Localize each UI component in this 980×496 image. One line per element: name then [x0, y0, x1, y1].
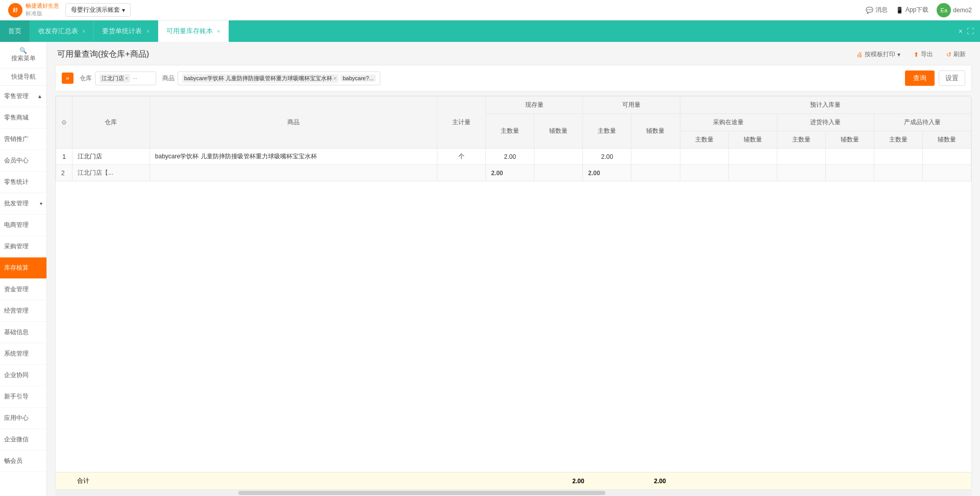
- group-row-available-main: 2.00: [583, 165, 631, 181]
- sidebar-item-system[interactable]: 系统管理: [0, 343, 46, 365]
- horizontal-scrollbar[interactable]: [55, 490, 972, 496]
- product-tag-1-close-icon[interactable]: ×: [333, 75, 336, 81]
- message-button[interactable]: 💬 消息: [866, 6, 888, 14]
- col-main-unit-header: 主计量: [437, 97, 486, 149]
- print-template-button[interactable]: 🖨 按模板打印 ▾: [852, 48, 904, 61]
- sidebar-item-app-center-label: 应用中心: [4, 414, 29, 422]
- sidebar-item-member-center-label: 会员中心: [4, 156, 29, 165]
- group-row-c6: [922, 165, 971, 181]
- sidebar-item-purchase[interactable]: 采购管理: [0, 236, 46, 257]
- sidebar-item-operations[interactable]: 经营管理: [0, 300, 46, 322]
- col-products-pending-aux-header: 辅数量: [922, 131, 971, 149]
- sidebar-item-new-guide-label: 新手引导: [4, 392, 29, 401]
- search-icon: 🔍: [19, 47, 27, 54]
- footer-current-main-qty: 2.00: [558, 478, 599, 485]
- tab-home-label: 首页: [8, 27, 21, 36]
- sidebar-item-app-center[interactable]: 应用中心: [0, 408, 46, 429]
- tab-home[interactable]: 首页: [0, 20, 30, 42]
- product-filter-tag-2: babycare?...: [340, 75, 376, 82]
- group-row-c1: [680, 165, 728, 181]
- page-actions: 🖨 按模板打印 ▾ ⬆ 导出 ↺ 刷新: [852, 48, 970, 61]
- col-products-pending-main-header: 主数量: [874, 131, 922, 149]
- sidebar-item-retail-mall-label: 零售商城: [4, 113, 29, 122]
- table-container: ⚙ 仓库 商品 主计量 现存量 可用量 预计入库量 主数量 辅数量 主数量 辅数…: [55, 96, 972, 490]
- query-button[interactable]: 查询: [905, 70, 935, 86]
- sidebar-item-retail-mall[interactable]: 零售商城: [0, 107, 46, 129]
- col-available-qty-header: 可用量: [583, 97, 680, 114]
- refresh-button[interactable]: ↺ 刷新: [942, 48, 970, 61]
- col-purchase-transit-aux-header: 辅数量: [728, 131, 777, 149]
- sidebar-item-enterprise-wechat[interactable]: 企业微信: [0, 429, 46, 451]
- data-table: ⚙ 仓库 商品 主计量 现存量 可用量 预计入库量 主数量 辅数量 主数量 辅数…: [56, 96, 971, 181]
- warehouse-tag-close-icon[interactable]: ×: [125, 75, 128, 81]
- cell-warehouse: 江北门店: [72, 149, 150, 165]
- tab-order-stats-close[interactable]: ×: [146, 28, 149, 34]
- logo-text-area: 畅捷通好生意 标准版: [26, 3, 59, 17]
- warehouse-filter-more[interactable]: ···: [132, 75, 137, 82]
- tab-receive-send-close[interactable]: ×: [82, 28, 85, 34]
- app-icon: 📱: [896, 7, 903, 14]
- user-menu[interactable]: Ea demo2: [937, 3, 972, 17]
- sidebar-item-finance[interactable]: 资金管理: [0, 279, 46, 300]
- sidebar-item-enterprise-wechat-label: 企业微信: [4, 435, 29, 444]
- group-row-c5: [874, 165, 922, 181]
- sidebar-item-enterprise-collab-label: 企业协同: [4, 371, 29, 380]
- top-bar: 好 畅捷通好生意 标准版 母婴行业演示账套 ▾ 💬 消息 📱 App下载 Ea …: [0, 0, 980, 20]
- tab-available-stock[interactable]: 可用量库存账本 ×: [158, 20, 229, 42]
- footer-available-main-qty: 2.00: [640, 478, 680, 485]
- sidebar-item-marketing[interactable]: 营销推广: [0, 129, 46, 150]
- top-bar-left: 好 畅捷通好生意 标准版 母婴行业演示账套 ▾: [8, 3, 131, 17]
- message-icon: 💬: [866, 7, 873, 14]
- cell-inbound-pending-aux: [825, 149, 874, 165]
- settings-button[interactable]: 设置: [939, 70, 965, 86]
- print-label: 按模板打印: [865, 50, 895, 59]
- sidebar-item-ecommerce[interactable]: 电商管理: [0, 215, 46, 236]
- tab-order-stats-label: 要货单统计表: [102, 27, 142, 36]
- sidebar-item-enterprise-collab[interactable]: 企业协同: [0, 365, 46, 386]
- page-header: 可用量查询(按仓库+商品) 🖨 按模板打印 ▾ ⬆ 导出 ↺ 刷新: [47, 42, 980, 65]
- sidebar-item-retail-stats[interactable]: 零售统计: [0, 172, 46, 193]
- sidebar-item-ecommerce-label: 电商管理: [4, 221, 29, 229]
- app-download-button[interactable]: 📱 App下载: [896, 6, 928, 14]
- sidebar-item-vip-member-label: 畅会员: [4, 457, 22, 465]
- main-layout: 🔍 搜索菜单 快捷导航 零售管理 ▲ 零售商城 营销推广 会员中心 零售统计 批…: [0, 42, 980, 496]
- cell-purchase-transit-main: [680, 149, 728, 165]
- sidebar-quick-nav[interactable]: 快捷导航: [0, 68, 46, 86]
- sidebar-item-new-guide[interactable]: 新手引导: [0, 386, 46, 408]
- sidebar-item-basic-info[interactable]: 基础信息: [0, 322, 46, 343]
- print-chevron-icon: ▾: [897, 51, 900, 58]
- sidebar-item-inventory[interactable]: 库存核算: [0, 257, 46, 279]
- sidebar-search[interactable]: 🔍 搜索菜单: [0, 42, 46, 68]
- product-filter-tag-1: babycare学饮杯 儿童防摔防撞吸管杯重力球吸嘴杯宝宝水杯 ×: [182, 74, 339, 83]
- filter-area: » 仓库 江北门店 × ··· 商品 babycare学饮杯 儿童防摔防撞吸管杯…: [55, 65, 972, 91]
- sidebar-item-operations-label: 经营管理: [4, 306, 29, 315]
- cell-available-aux-qty: [631, 149, 680, 165]
- refresh-icon: ↺: [946, 51, 951, 58]
- tab-order-stats[interactable]: 要货单统计表 ×: [94, 20, 158, 42]
- sidebar-item-member-center[interactable]: 会员中心: [0, 150, 46, 172]
- tab-available-stock-label: 可用量库存账本: [166, 27, 213, 36]
- filter-expand-button[interactable]: »: [62, 73, 74, 84]
- cell-products-pending-aux: [922, 149, 971, 165]
- sidebar-item-retail-management[interactable]: 零售管理 ▲: [0, 86, 46, 107]
- expand-tabs-button[interactable]: ⛶: [967, 27, 974, 35]
- chevron-icon: ▲: [37, 93, 42, 99]
- table-empty-space: [56, 181, 971, 472]
- tab-receive-send[interactable]: 收发存汇总表 ×: [30, 20, 94, 42]
- cell-purchase-transit-aux: [728, 149, 777, 165]
- tab-available-stock-close[interactable]: ×: [217, 28, 220, 34]
- sidebar-item-retail-stats-label: 零售统计: [4, 178, 29, 186]
- column-settings-icon[interactable]: ⚙: [61, 119, 67, 126]
- sidebar-item-retail-management-label: 零售管理: [4, 92, 29, 101]
- sidebar-item-wholesale-management[interactable]: 批发管理 ▾: [0, 193, 46, 215]
- product-filter-input[interactable]: babycare学饮杯 儿童防摔防撞吸管杯重力球吸嘴杯宝宝水杯 × babyca…: [178, 72, 380, 85]
- refresh-label: 刷新: [953, 50, 966, 59]
- export-icon: ⬆: [914, 51, 919, 58]
- sidebar-item-vip-member[interactable]: 畅会员: [0, 451, 46, 472]
- scrollbar-thumb[interactable]: [238, 491, 605, 495]
- export-button[interactable]: ⬆ 导出: [910, 48, 937, 61]
- export-label: 导出: [921, 50, 933, 59]
- close-all-tabs-button[interactable]: ×: [959, 27, 963, 35]
- industry-selector[interactable]: 母婴行业演示账套 ▾: [65, 3, 131, 17]
- warehouse-filter-input[interactable]: 江北门店 × ···: [95, 72, 156, 85]
